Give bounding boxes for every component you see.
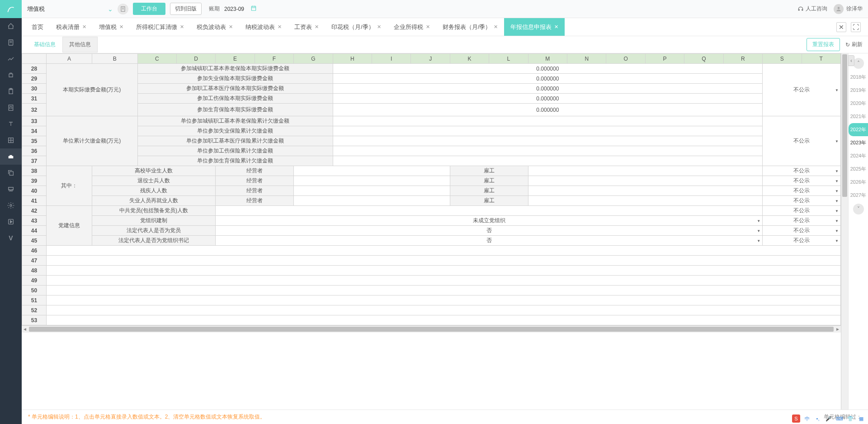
ime-mic-icon[interactable]: 🎤 [825,414,833,423]
cell[interactable]: 单位参加城镇职工基本养老保险累计欠缴金额 [137,116,333,126]
subtab-basic[interactable]: 基础信息 [27,37,62,52]
cell[interactable]: 退役士兵人数 [92,176,216,186]
nav-calc-icon[interactable] [0,100,22,116]
cell-dropdown[interactable]: 未成立党组织 [216,216,763,226]
cell[interactable] [216,206,763,216]
row-header[interactable]: 53 [22,315,47,325]
col-header[interactable]: B [92,54,137,64]
tab-fin-report[interactable]: 财务报表（月/季）✕ [436,18,505,36]
cell[interactable] [47,256,841,266]
year-item[interactable]: 2024年 [849,149,868,162]
row-header[interactable]: 28 [22,64,47,74]
support-link[interactable]: 人工咨询 [797,5,827,13]
close-all-tabs-button[interactable]: ✕ [836,22,846,32]
workbench-button[interactable]: 工作台 [133,3,165,15]
cell[interactable] [528,196,762,206]
row-header[interactable]: 37 [22,156,47,166]
row-header[interactable]: 51 [22,295,47,305]
spreadsheet[interactable]: A B C D E F G H I J K L M N O [22,53,841,410]
year-item[interactable]: 2025年 [849,162,868,176]
cell[interactable] [294,166,450,176]
row-header[interactable]: 38 [22,166,47,176]
cell[interactable]: 雇工 [450,176,528,186]
cell[interactable]: 残疾人人数 [92,186,216,196]
cell[interactable]: 党组织建制 [92,216,216,226]
cell-dropdown[interactable]: 不公示 [763,116,841,166]
nav-toolbox-icon[interactable] [0,148,22,165]
col-header[interactable]: T [802,54,841,64]
close-icon[interactable]: ✕ [82,24,86,30]
close-icon[interactable]: ✕ [180,24,184,30]
row-header[interactable]: 34 [22,126,47,136]
cell[interactable] [333,136,762,146]
year-item[interactable]: 2020年 [849,97,868,110]
tab-annual-report[interactable]: 年报信息申报表✕ [504,18,565,36]
cell[interactable] [294,186,450,196]
row-header[interactable]: 48 [22,266,47,276]
cell-dropdown[interactable]: 不公示 [763,196,841,206]
close-icon[interactable]: ✕ [229,24,233,30]
close-icon[interactable]: ✕ [377,24,381,30]
col-header[interactable]: H [333,54,372,64]
cell[interactable] [333,156,762,166]
close-icon[interactable]: ✕ [494,24,498,30]
row-header[interactable]: 35 [22,136,47,146]
refresh-button[interactable]: ↻ 刷新 [845,41,863,48]
row-header[interactable]: 32 [22,104,47,116]
cell[interactable]: 0.000000 [333,84,762,94]
tab-tax-list[interactable]: 税表清册✕ [50,18,93,36]
cell-dropdown[interactable]: 不公示 [763,226,841,236]
cell[interactable]: 参加工伤保险本期实际缴费金额 [137,94,333,104]
cell[interactable] [47,295,841,305]
cell[interactable]: 单位参加工伤保险累计欠缴金额 [137,146,333,156]
cell[interactable]: 本期实际缴费金额(万元) [47,64,138,116]
cell-dropdown[interactable]: 不公示 [763,64,841,116]
tab-salary[interactable]: 工资表✕ [288,18,325,36]
col-header[interactable]: R [723,54,762,64]
year-item[interactable]: 2018年 [849,71,868,84]
cell[interactable]: 0.000000 [333,64,762,74]
tab-tax-fluct[interactable]: 税负波动表✕ [190,18,239,36]
cell[interactable]: 经营者 [216,176,294,186]
cell[interactable] [333,116,762,126]
row-header[interactable]: 40 [22,186,47,196]
col-header[interactable]: J [411,54,450,64]
col-header[interactable]: E [216,54,255,64]
cell[interactable]: 0.000000 [333,94,762,104]
col-header[interactable]: A [47,54,92,64]
vertical-scrollbar[interactable] [841,53,848,410]
year-item[interactable]: 2023年 [849,136,868,149]
row-header[interactable]: 50 [22,286,47,295]
cell[interactable]: 雇工 [450,166,528,176]
ime-skin-icon[interactable]: 👕 [846,414,854,423]
cell-dropdown[interactable]: 不公示 [763,236,841,246]
tab-corp-income[interactable]: 企业所得税✕ [387,18,436,36]
year-up-button[interactable]: ˄ [853,58,864,69]
col-header[interactable]: P [645,54,684,64]
cell[interactable]: 单位参加职工基本医疗保险累计欠缴金额 [137,136,333,146]
nav-play-icon[interactable] [0,214,22,230]
nav-chart-icon[interactable] [0,51,22,67]
cell-dropdown[interactable]: 不公示 [763,186,841,196]
close-icon[interactable]: ✕ [278,24,282,30]
close-icon[interactable]: ✕ [315,24,319,30]
cell-dropdown[interactable]: 不公示 [763,166,841,176]
sheet-corner[interactable] [22,54,47,64]
row-header[interactable]: 31 [22,94,47,104]
switch-old-button[interactable]: 切到旧版 [170,3,202,15]
row-header[interactable]: 43 [22,216,47,226]
cell[interactable] [294,176,450,186]
row-header[interactable]: 52 [22,305,47,315]
cell[interactable]: 雇工 [450,186,528,196]
ime-lang-icon[interactable]: 中 [803,414,811,423]
cell-dropdown[interactable]: 否 [216,226,763,236]
cell[interactable]: 经营者 [216,166,294,176]
row-header[interactable]: 29 [22,74,47,84]
subtab-other[interactable]: 其他信息 [62,37,98,52]
cell-dropdown[interactable]: 不公示 [763,216,841,226]
row-header[interactable]: 30 [22,84,47,94]
cell[interactable] [528,186,762,196]
row-header[interactable]: 49 [22,276,47,286]
col-header[interactable]: D [177,54,216,64]
collapse-handle[interactable]: ‹ [848,55,854,66]
